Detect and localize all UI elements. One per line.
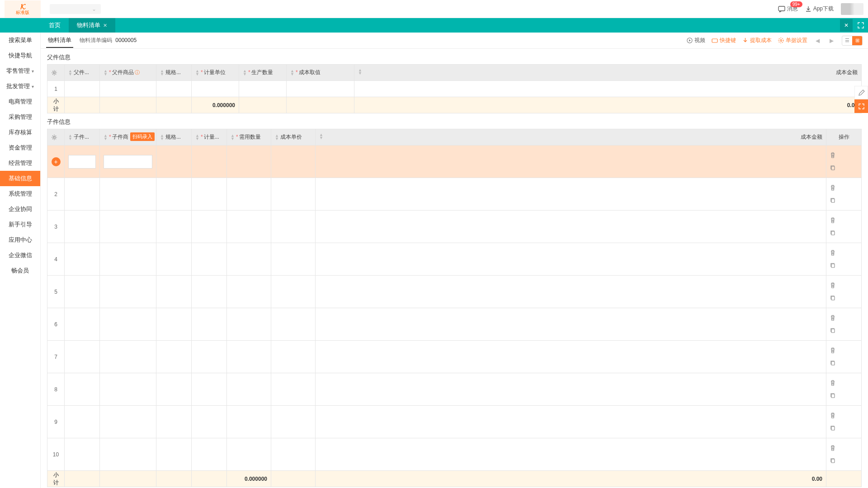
parent-table: ▲▼父件... ▲▼*父件商品ⓘ ▲▼规格... ▲▼*计量单位 ▲▼*生产数量…: [47, 64, 862, 113]
child-product-input[interactable]: [104, 155, 152, 169]
sidebar-item[interactable]: 搜索菜单: [0, 33, 40, 48]
col-parent-qty[interactable]: ▲▼*生产数量: [239, 65, 287, 81]
table-row[interactable]: 9: [47, 406, 862, 438]
chevron-down-icon: ⌄: [92, 6, 96, 12]
child-section-title: 子件信息: [47, 118, 862, 126]
col-child-product[interactable]: ▲▼*子件商扫码录入: [100, 129, 156, 145]
tab-bom[interactable]: 物料清单 ✕: [69, 18, 115, 33]
copy-icon[interactable]: [830, 418, 858, 438]
copy-icon[interactable]: [830, 158, 858, 178]
svg-rect-9: [831, 231, 835, 235]
view-form-button[interactable]: ⊞: [852, 36, 862, 45]
svg-point-4: [778, 38, 783, 43]
brand-logo: 𝓚 标准版: [5, 0, 41, 18]
download-icon: [805, 6, 811, 12]
svg-rect-8: [831, 199, 835, 202]
child-code-input[interactable]: [68, 155, 96, 169]
copy-icon[interactable]: [830, 386, 858, 405]
copy-icon[interactable]: [830, 451, 858, 470]
copy-icon[interactable]: [830, 223, 858, 243]
svg-point-5: [53, 71, 55, 73]
col-parent-unit[interactable]: ▲▼*计量单位: [192, 65, 239, 81]
sidebar-item[interactable]: 批发管理▾: [0, 79, 40, 94]
view-list-button[interactable]: ☰: [842, 36, 852, 45]
table-row[interactable]: 4: [47, 243, 862, 276]
table-row[interactable]: 7: [47, 341, 862, 373]
copy-icon[interactable]: [830, 321, 858, 340]
tab-close-all-button[interactable]: ✕: [840, 19, 853, 32]
table-row[interactable]: 1: [47, 81, 862, 97]
tab-home[interactable]: 首页: [41, 18, 69, 33]
sidebar-item[interactable]: 系统管理: [0, 186, 40, 202]
svg-rect-11: [831, 296, 835, 300]
add-row-button[interactable]: +: [52, 157, 61, 166]
table-row[interactable]: 2: [47, 178, 862, 211]
parent-subtotal-row: 小计 0.000000 0.00: [47, 97, 862, 113]
sidebar-item[interactable]: 经营管理: [0, 155, 40, 171]
sidebar-item[interactable]: 企业微信: [0, 248, 40, 263]
col-parent-product[interactable]: ▲▼*父件商品ⓘ: [100, 65, 156, 81]
sidebar-item[interactable]: 快捷导航: [0, 48, 40, 63]
app-download-button[interactable]: App下载: [805, 5, 834, 13]
col-parent-cost-amount[interactable]: ▲▼成本金额: [354, 65, 862, 81]
copy-icon[interactable]: [830, 256, 858, 275]
doc-settings-link[interactable]: 单据设置: [778, 37, 807, 44]
col-child-code[interactable]: ▲▼子件...: [65, 129, 100, 145]
keyboard-icon: [712, 38, 718, 43]
copy-icon[interactable]: [830, 191, 858, 210]
sidebar-item[interactable]: 采购管理: [0, 109, 40, 125]
company-selector[interactable]: ⌄: [50, 4, 101, 14]
col-child-unit[interactable]: ▲▼*计量...: [192, 129, 227, 145]
message-icon: [778, 6, 785, 12]
scan-input-badge[interactable]: 扫码录入: [130, 132, 155, 141]
next-doc-button[interactable]: ▶: [828, 38, 835, 44]
col-child-cost-amount[interactable]: ▲▼成本金额: [316, 129, 826, 145]
sidebar-item[interactable]: 畅会员: [0, 263, 40, 278]
sidebar-item[interactable]: 基础信息: [0, 171, 40, 186]
gear-icon[interactable]: [47, 65, 65, 81]
prev-doc-button[interactable]: ◀: [814, 38, 821, 44]
close-icon[interactable]: ✕: [103, 23, 107, 28]
avatar[interactable]: [841, 3, 863, 15]
chevron-down-icon: ▾: [32, 84, 34, 89]
sidebar-item[interactable]: 资金管理: [0, 140, 40, 155]
subtab-bom[interactable]: 物料清单: [46, 33, 73, 48]
table-row[interactable]: 5: [47, 276, 862, 308]
video-link[interactable]: 视频: [687, 37, 705, 44]
extract-cost-link[interactable]: 提取成本: [742, 37, 772, 44]
svg-rect-15: [831, 427, 835, 430]
fullscreen-button[interactable]: [854, 19, 867, 32]
table-row[interactable]: 8: [47, 373, 862, 406]
col-parent-code[interactable]: ▲▼父件...: [65, 65, 100, 81]
sidebar-item[interactable]: 应用中心: [0, 232, 40, 248]
child-table: ▲▼子件... ▲▼*子件商扫码录入 ▲▼规格... ▲▼*计量... ▲▼*需…: [47, 129, 862, 487]
col-child-unit-cost[interactable]: ▲▼成本单价: [271, 129, 316, 145]
copy-icon[interactable]: [830, 353, 858, 373]
sidebar-item[interactable]: 库存核算: [0, 125, 40, 140]
table-row[interactable]: +: [47, 145, 862, 178]
col-parent-spec[interactable]: ▲▼规格...: [156, 65, 192, 81]
gear-icon[interactable]: [47, 129, 65, 145]
svg-rect-14: [831, 394, 835, 398]
messages-button[interactable]: 消息 99+: [778, 5, 798, 13]
edit-float-button[interactable]: [854, 86, 868, 99]
doc-code: 物料清单编码 0000005: [80, 37, 137, 44]
svg-rect-13: [831, 361, 835, 365]
col-child-ops: 操作: [826, 129, 862, 145]
table-row[interactable]: 6: [47, 308, 862, 341]
sidebar-item[interactable]: 新手引导: [0, 217, 40, 232]
parent-section-title: 父件信息: [47, 53, 862, 61]
copy-icon[interactable]: [830, 288, 858, 308]
svg-rect-2: [712, 39, 717, 42]
table-row[interactable]: 3: [47, 211, 862, 243]
col-parent-cost-src[interactable]: ▲▼*成本取值: [287, 65, 354, 81]
sidebar-item[interactable]: 企业协同: [0, 202, 40, 217]
shortcut-link[interactable]: 快捷键: [712, 37, 736, 44]
sidebar-item[interactable]: 零售管理▾: [0, 63, 40, 79]
sidebar-item[interactable]: 电商管理: [0, 94, 40, 109]
help-icon[interactable]: ⓘ: [135, 70, 140, 75]
col-child-spec[interactable]: ▲▼规格...: [156, 129, 192, 145]
expand-float-button[interactable]: [854, 99, 868, 113]
table-row[interactable]: 10: [47, 438, 862, 471]
col-child-qty[interactable]: ▲▼*需用数量: [227, 129, 271, 145]
